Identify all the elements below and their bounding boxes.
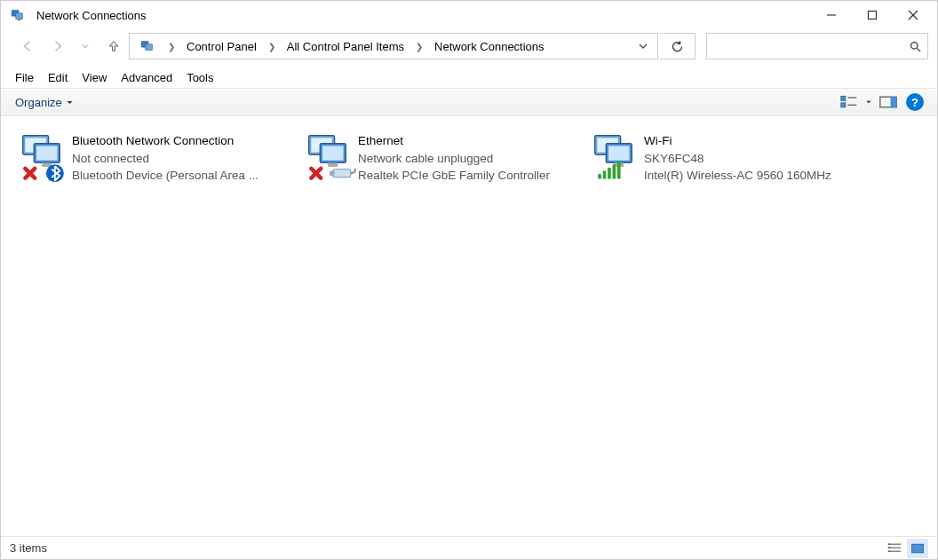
view-options-button[interactable] — [836, 91, 862, 114]
connection-status: Network cable unplugged — [358, 150, 585, 168]
connection-status: Not connected — [72, 150, 299, 168]
svg-rect-4 — [869, 12, 877, 20]
chevron-right-icon[interactable]: ❯ — [411, 42, 427, 51]
maximize-button[interactable] — [852, 2, 893, 28]
svg-rect-29 — [333, 170, 351, 177]
svg-rect-35 — [608, 146, 630, 160]
bluetooth-network-icon — [19, 132, 72, 187]
svg-rect-2 — [18, 20, 20, 21]
organize-label: Organize — [15, 96, 62, 109]
minimize-button[interactable] — [811, 2, 852, 28]
command-bar: Organize ? — [1, 88, 937, 116]
svg-rect-27 — [322, 146, 344, 160]
help-icon: ? — [906, 93, 924, 111]
svg-rect-28 — [328, 162, 338, 167]
chevron-down-icon — [66, 99, 74, 106]
breadcrumb-control-panel[interactable]: Control Panel — [181, 34, 262, 59]
svg-point-9 — [910, 42, 918, 49]
menu-advanced[interactable]: Advanced — [114, 68, 179, 87]
forward-button[interactable] — [44, 33, 70, 59]
breadcrumb-all-control-panel[interactable]: All Control Panel Items — [282, 34, 409, 59]
connection-device: Bluetooth Device (Personal Area ... — [72, 167, 299, 185]
menu-bar: File Edit View Advanced Tools — [1, 67, 937, 88]
organize-dropdown[interactable]: Organize — [10, 93, 79, 112]
nav-row: ❯ Control Panel ❯ All Control Panel Item… — [1, 29, 937, 67]
svg-rect-38 — [603, 171, 607, 179]
wifi-network-icon — [591, 132, 644, 187]
svg-rect-1 — [16, 13, 23, 20]
large-icons-view-button[interactable] — [907, 539, 928, 558]
connection-ethernet[interactable]: Ethernet Network cable unplugged Realtek… — [303, 129, 587, 191]
svg-line-10 — [917, 48, 920, 51]
svg-rect-45 — [888, 543, 890, 545]
title-bar: Network Connections — [1, 1, 937, 29]
connection-name: Ethernet — [358, 132, 585, 150]
window-title: Network Connections — [33, 9, 811, 22]
close-button[interactable] — [893, 2, 934, 28]
connection-device: Realtek PCIe GbE Family Controller — [358, 167, 585, 185]
help-button[interactable]: ? — [902, 91, 928, 114]
svg-rect-48 — [912, 544, 924, 553]
app-icon — [10, 6, 28, 24]
connection-name: Wi-Fi — [644, 132, 871, 150]
svg-rect-8 — [146, 44, 153, 51]
chevron-right-icon[interactable]: ❯ — [163, 42, 179, 51]
menu-view[interactable]: View — [75, 68, 114, 87]
svg-rect-47 — [888, 550, 890, 552]
connection-device: Intel(R) Wireless-AC 9560 160MHz — [644, 167, 871, 185]
svg-rect-16 — [891, 97, 897, 107]
chevron-right-icon[interactable]: ❯ — [264, 42, 280, 51]
ethernet-network-icon — [305, 132, 358, 187]
status-bar: 3 items — [1, 536, 937, 559]
menu-tools[interactable]: Tools — [179, 68, 220, 87]
svg-rect-40 — [613, 164, 616, 178]
address-dropdown[interactable] — [631, 41, 656, 51]
up-button[interactable] — [100, 33, 127, 59]
svg-rect-37 — [598, 174, 601, 178]
address-bar[interactable]: ❯ Control Panel ❯ All Control Panel Item… — [129, 33, 658, 59]
svg-rect-20 — [36, 146, 58, 160]
content-area[interactable]: Bluetooth Network Connection Not connect… — [1, 116, 937, 536]
window-controls — [811, 2, 934, 28]
menu-file[interactable]: File — [8, 68, 41, 87]
svg-rect-30 — [330, 171, 334, 176]
svg-rect-12 — [841, 103, 846, 107]
connection-bluetooth[interactable]: Bluetooth Network Connection Not connect… — [17, 129, 301, 191]
search-input[interactable] — [707, 40, 902, 53]
search-box[interactable] — [706, 33, 928, 59]
connection-status: SKY6FC48 — [644, 150, 871, 168]
refresh-button[interactable] — [660, 33, 696, 59]
search-icon[interactable] — [902, 40, 927, 53]
connection-name: Bluetooth Network Connection — [72, 132, 299, 150]
status-item-count: 3 items — [10, 541, 47, 555]
connection-wifi[interactable]: Wi-Fi SKY6FC48 Intel(R) Wireless-AC 9560… — [589, 129, 873, 191]
svg-rect-41 — [617, 162, 621, 179]
menu-edit[interactable]: Edit — [41, 68, 75, 87]
breadcrumb-network-connections[interactable]: Network Connections — [429, 34, 550, 59]
recent-dropdown[interactable] — [72, 33, 99, 59]
back-button[interactable] — [15, 33, 42, 59]
details-view-button[interactable] — [884, 539, 905, 558]
preview-pane-button[interactable] — [875, 91, 902, 114]
svg-rect-11 — [841, 96, 846, 100]
svg-rect-39 — [608, 168, 611, 179]
svg-rect-46 — [888, 547, 890, 548]
breadcrumb-root-icon[interactable] — [135, 34, 162, 59]
view-options-dropdown[interactable] — [862, 91, 875, 114]
